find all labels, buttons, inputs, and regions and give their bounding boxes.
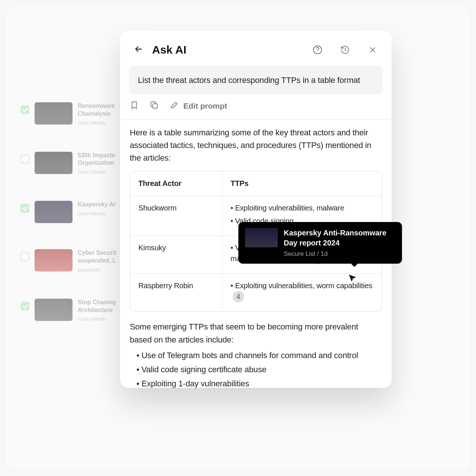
article-thumb [35, 102, 73, 125]
svg-point-1 [317, 52, 318, 52]
cursor-icon [348, 273, 357, 283]
checkbox[interactable] [20, 155, 29, 164]
checkbox[interactable] [20, 204, 29, 213]
emerging-list: Use of Telegram bots and channels for co… [130, 349, 382, 388]
article-thumb [35, 201, 73, 223]
article-thumb [35, 299, 73, 321]
table-header-row: Threat Actor TTPs [130, 171, 382, 196]
copy-icon[interactable] [150, 101, 159, 111]
tooltip-subtitle: Secure List / 1d [284, 250, 395, 258]
edit-prompt-button[interactable]: Edit prompt [170, 100, 227, 111]
emerging-intro: Some emerging TTPs that seem to be becom… [130, 322, 358, 344]
actor-cell: Kimsuky [130, 236, 222, 273]
emerging-item: Exploiting 1-day vulnerabilities [136, 377, 382, 388]
actor-cell: Shuckworm [130, 196, 222, 235]
ttp-item: Exploiting vulnerabilities, worm capabil… [231, 280, 373, 302]
prompt-actions: Edit prompt [120, 100, 392, 120]
checkbox[interactable] [20, 302, 29, 311]
panel-title: Ask AI [152, 44, 296, 56]
ttp-cell: Exploiting vulnerabilities, worm capabil… [222, 274, 382, 311]
checkbox[interactable] [20, 105, 29, 114]
response-intro: Here is a table summarizing some of the … [130, 126, 382, 164]
citation-tooltip: Kaspersky Anti-Ransomware Day report 202… [238, 222, 402, 264]
back-arrow-icon[interactable] [134, 44, 144, 56]
tooltip-title: Kaspersky Anti-Ransomware Day report 202… [284, 228, 395, 248]
close-icon[interactable] [367, 44, 378, 55]
help-icon[interactable] [312, 44, 323, 55]
panel-header: Ask AI [120, 31, 392, 63]
table-row: Raspberry RobinExploiting vulnerabilitie… [130, 274, 382, 311]
bookmark-icon[interactable] [130, 101, 139, 111]
actor-cell: Raspberry Robin [130, 274, 222, 311]
checkbox[interactable] [20, 252, 29, 261]
history-icon[interactable] [340, 44, 351, 55]
article-thumb [35, 249, 73, 271]
tooltip-thumb [245, 228, 278, 247]
ttp-item: Exploiting vulnerabilities, malware [231, 203, 373, 213]
emerging-section: Some emerging TTPs that seem to be becom… [130, 321, 382, 388]
citation-badge[interactable]: 4 [233, 291, 244, 302]
emerging-item: Valid code signing certificate abuse [136, 363, 382, 376]
app-frame: RansomwareChainalysisConti (Windo530k Im… [6, 6, 470, 470]
edit-prompt-label: Edit prompt [183, 102, 227, 110]
col-ttps: TTPs [222, 171, 382, 196]
article-thumb [35, 152, 73, 174]
ask-ai-panel: Ask AI List the threat actors and corres… [120, 31, 392, 388]
svg-rect-2 [153, 104, 157, 108]
col-threat-actor: Threat Actor [130, 171, 222, 196]
prompt-text: List the threat actors and corresponding… [129, 66, 383, 94]
emerging-item: Use of Telegram bots and channels for co… [136, 349, 382, 362]
pencil-icon [170, 100, 179, 111]
